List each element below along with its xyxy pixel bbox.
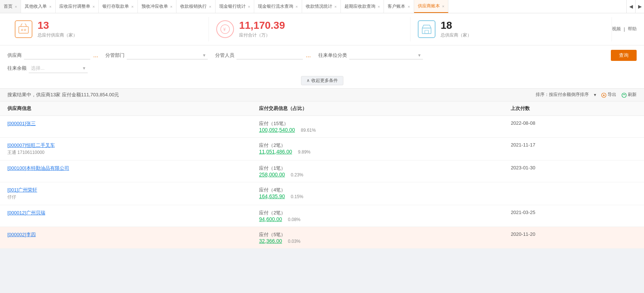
- nav-tab-close-icon[interactable]: ×: [15, 4, 17, 9]
- dept-select[interactable]: ▾: [127, 51, 208, 59]
- category-chevron-icon: ▾: [418, 52, 421, 58]
- payable-amount[interactable]: 100,092,540.00: [259, 127, 295, 133]
- payable-count: 应付（4笔）: [259, 187, 511, 193]
- summary-card-suppliers: 13 总应付供应商（家）: [7, 17, 209, 41]
- nav-tab-other-income[interactable]: 其他收入单×: [21, 0, 55, 13]
- collapse-button[interactable]: ∧ 收起更多条件: [301, 76, 343, 85]
- refresh-label: 刷新: [628, 92, 637, 98]
- nav-tab-supplier-ledger[interactable]: 供应商账本×: [414, 0, 448, 13]
- nav-tab-exec[interactable]: 收款核销执行×: [176, 0, 215, 13]
- sort-label[interactable]: 排序：按应付余额倒序排序: [536, 92, 589, 98]
- balance-select[interactable]: 选择... ▾: [29, 64, 88, 73]
- nav-tab-close-icon[interactable]: ×: [92, 4, 95, 9]
- nav-tab-close-icon[interactable]: ×: [407, 4, 410, 9]
- col-payable-info: 应付交易信息（占比）: [259, 105, 511, 112]
- query-button[interactable]: 查询: [611, 50, 637, 61]
- nav-tab-close-icon[interactable]: ×: [209, 4, 211, 9]
- svg-point-2: [24, 29, 26, 31]
- table-row: [000002]李四应付（5笔）32,366.000.03%2020-11-20: [0, 227, 644, 249]
- payable-amount-row: 32,366.000.03%: [259, 238, 511, 244]
- table-row: [000007]恒旺二手叉车王通 17106110000应付（2笔）11,051…: [0, 138, 644, 161]
- nav-tab-label: 银行存取款单: [102, 3, 129, 10]
- total-suppliers-label: 总供应商（家）: [441, 32, 472, 38]
- person-dots[interactable]: ...: [306, 52, 311, 59]
- nav-next-button[interactable]: ▶: [635, 0, 644, 13]
- supplier-cell-1: [000007]恒旺二手叉车王通 17106110000: [7, 142, 259, 156]
- nav-tab-home[interactable]: 首页×: [0, 0, 21, 13]
- last-pay-cell-1: 2021-11-17: [511, 142, 637, 148]
- video-link[interactable]: 视频: [612, 26, 621, 32]
- table-container: 供应商信息 应付交易信息（占比） 上次付数 [000001]张三应付（15笔）1…: [0, 101, 644, 249]
- store-icon: [418, 20, 435, 38]
- summary-text-total: 18 总供应商（家）: [441, 20, 472, 38]
- total-payable-suppliers-label: 总应付供应商（家）: [38, 32, 77, 38]
- payable-amount-row: 11,051,486.009.89%: [259, 149, 511, 155]
- collapse-label: 收起更多条件: [311, 77, 338, 84]
- nav-tab-label: 收款核销执行: [180, 3, 207, 10]
- nav-tab-prepay[interactable]: 预收冲应收单×: [138, 0, 176, 13]
- svg-rect-6: [425, 30, 428, 34]
- payable-amount[interactable]: 258,000.00: [259, 172, 285, 177]
- nav-tab-close-icon[interactable]: ×: [49, 4, 51, 9]
- balance-select-placeholder: 选择...: [31, 65, 45, 72]
- payable-cell-1: 应付（2笔）11,051,486.009.89%: [259, 142, 511, 155]
- total-payable-amount-num: 11,170.39: [239, 20, 285, 31]
- supplier-input[interactable]: [24, 51, 90, 59]
- category-select[interactable]: ▾: [349, 51, 423, 59]
- payable-pct: 0.15%: [291, 194, 303, 199]
- payable-amount-row: 164,635.900.15%: [259, 193, 511, 199]
- supplier-link[interactable]: [000002]李四: [7, 232, 36, 237]
- supplier-link[interactable]: [000100]本特勤油品有限公司: [7, 165, 69, 171]
- supplier-link[interactable]: [000007]恒旺二手叉车: [7, 142, 55, 148]
- nav-prev-button[interactable]: ◀: [626, 0, 635, 13]
- nav-tab-close-icon[interactable]: ×: [170, 4, 172, 9]
- payable-amount-row: 94,600.000.08%: [259, 216, 511, 222]
- payable-amount[interactable]: 32,366.00: [259, 238, 282, 244]
- payable-amount[interactable]: 11,051,486.00: [259, 149, 292, 155]
- svg-text:¥: ¥: [223, 27, 226, 32]
- filter-supplier: 供应商 ...: [7, 51, 98, 59]
- person-filter-label: 分管人员: [215, 52, 234, 59]
- nav-tab-overdue[interactable]: 超期应收款查询×: [341, 0, 384, 13]
- nav-tab-close-icon[interactable]: ×: [378, 4, 380, 9]
- nav-tab-close-icon[interactable]: ×: [442, 4, 444, 8]
- refresh-button[interactable]: 刷新: [622, 92, 637, 98]
- payable-amount[interactable]: 164,635.90: [259, 193, 285, 199]
- supplier-cell-5: [000002]李四: [7, 231, 259, 238]
- supplier-link[interactable]: [000012]广州贝瑞: [7, 210, 45, 216]
- nav-tab-label: 预收冲应收单: [141, 3, 168, 10]
- nav-tab-close-icon[interactable]: ×: [295, 4, 298, 9]
- export-button[interactable]: 导出: [601, 92, 616, 98]
- help-link[interactable]: 帮助: [628, 26, 637, 32]
- supplier-filter-label: 供应商: [7, 52, 22, 59]
- supplier-link[interactable]: [000001]张三: [7, 121, 36, 126]
- nav-tab-customer-ledger[interactable]: 客户账本×: [384, 0, 414, 13]
- nav-tab-close-icon[interactable]: ×: [131, 4, 133, 9]
- supplier-link[interactable]: [001]广州荣轩: [7, 187, 37, 193]
- summary-card-amount: ¥ 11,170.39 应付合计（万）: [209, 17, 410, 41]
- sort-chevron-icon: ▾: [594, 92, 596, 97]
- nav-tab-close-icon[interactable]: ×: [248, 4, 250, 9]
- supplier-dots[interactable]: ...: [93, 52, 98, 59]
- nav-tab-adjust[interactable]: 应收应付调整单×: [56, 0, 99, 13]
- nav-tab-label: 首页: [4, 3, 13, 10]
- summary-text-suppliers: 13 总应付供应商（家）: [38, 20, 77, 38]
- nav-tab-cash-stat[interactable]: 现金银行统计×: [216, 0, 254, 13]
- payable-amount[interactable]: 94,600.00: [259, 216, 282, 222]
- nav-tab-close-icon[interactable]: ×: [335, 4, 337, 9]
- result-text: 搜索结果中，供应商13家 应付金额111,703,854.00元: [7, 92, 119, 98]
- nav-tab-recv-stat[interactable]: 收款情况统计×: [302, 0, 341, 13]
- nav-tab-label: 超期应收款查询: [344, 3, 375, 10]
- last-pay-cell-2: 2023-01-30: [511, 165, 637, 170]
- refresh-icon: [622, 92, 627, 98]
- result-bar: 搜索结果中，供应商13家 应付金额111,703,854.00元 排序：按应付余…: [0, 89, 644, 101]
- payable-cell-3: 应付（4笔）164,635.900.15%: [259, 187, 511, 199]
- svg-rect-5: [422, 28, 431, 34]
- nav-tab-label: 现金银行统计: [219, 3, 246, 10]
- supplier-cell-0: [000001]张三: [7, 120, 259, 127]
- nav-tab-cash-flow[interactable]: 现金银行流水查询×: [254, 0, 302, 13]
- table-body: [000001]张三应付（15笔）100,092,540.0089.61%202…: [0, 116, 644, 249]
- person-input[interactable]: [237, 51, 303, 59]
- supplier-cell-3: [001]广州荣轩仔仔: [7, 187, 259, 200]
- nav-tab-bank[interactable]: 银行存取款单×: [99, 0, 137, 13]
